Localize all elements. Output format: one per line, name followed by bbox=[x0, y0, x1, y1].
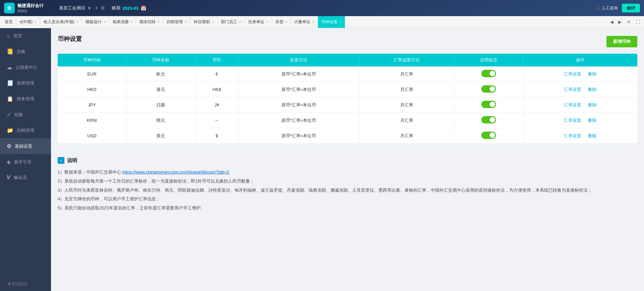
tab-currency[interactable]: 币种设置 × bbox=[318, 16, 345, 28]
tab-tax-close[interactable]: × bbox=[131, 20, 133, 24]
toggle-enabled[interactable] bbox=[481, 132, 496, 139]
tab-inventory-label: 存货 bbox=[275, 19, 283, 25]
notes-link[interactable]: https://www.chinamoney.com.cn/chinese/bk… bbox=[122, 169, 229, 175]
period-value: 2023-03 bbox=[122, 6, 139, 11]
rate-settings-button[interactable]: 汇率设置 bbox=[564, 102, 581, 108]
tab-archive-close[interactable]: × bbox=[185, 20, 187, 24]
delete-button[interactable]: 删除 bbox=[588, 102, 597, 108]
archive-icon: 📁 bbox=[7, 127, 13, 134]
dropdown-icon[interactable]: ▼ bbox=[87, 6, 92, 11]
tab-subject-close[interactable]: × bbox=[212, 20, 214, 24]
tab-tax-label: 税表清册 bbox=[113, 19, 129, 25]
cell-symbol: J¥ bbox=[195, 97, 238, 113]
delete-button[interactable]: 删除 bbox=[588, 71, 597, 77]
sidebar-item-ledger[interactable]: 📒 总账 bbox=[0, 44, 51, 59]
cell-calc: 原币*汇率=本位币 bbox=[238, 82, 359, 97]
note-item: 5）系统只能自动抓取2021年度后的汇率，之前年度汇率需要用户手工维护。 bbox=[58, 204, 637, 213]
sidebar-item-settle[interactable]: ✓ 结账 bbox=[0, 107, 51, 123]
sidebar-item-tax[interactable]: 📋 税务管理 bbox=[0, 91, 51, 107]
tab-subject[interactable]: 科目期初 × bbox=[191, 16, 218, 28]
notes-title: ≡ 说明 bbox=[58, 157, 637, 164]
settings-icon[interactable]: ⚙ bbox=[101, 5, 105, 11]
tab-currency-label: 币种设置 bbox=[321, 19, 337, 25]
sidebar-item-archive[interactable]: 📁 归档管理 bbox=[0, 123, 51, 138]
cell-action: 汇率设置 删除 bbox=[523, 128, 638, 144]
toggle-enabled[interactable] bbox=[481, 116, 496, 124]
main-content: 币种设置 新增币种 币种代码 币种名称 币符 折算方式 汇率设置方式 启用状态 … bbox=[51, 28, 644, 291]
sidebar-item-basic[interactable]: ⚙ 基础设置 bbox=[0, 138, 51, 154]
rate-settings-button[interactable]: 汇率设置 bbox=[564, 117, 581, 124]
company-section: 基层工会测试 ▼ + ⚙ bbox=[59, 5, 105, 11]
tab-dept[interactable]: 部门员工 × bbox=[218, 16, 245, 28]
sidebar-archive-label: 归档管理 bbox=[17, 128, 34, 134]
delete-button[interactable]: 删除 bbox=[588, 87, 597, 93]
cell-action: 汇率设置 删除 bbox=[523, 82, 638, 97]
add-company-icon[interactable]: + bbox=[95, 5, 98, 11]
tab-template-close[interactable]: × bbox=[104, 20, 106, 24]
tab-close-btn[interactable]: ✕ bbox=[624, 16, 633, 28]
tab-vendor-close[interactable]: × bbox=[266, 20, 268, 24]
account-button[interactable]: 会计 bbox=[622, 4, 640, 12]
tab-inventory[interactable]: 存货 × bbox=[272, 16, 291, 28]
cell-rate-method: 月汇率 bbox=[359, 82, 454, 97]
cell-action: 汇率设置 删除 bbox=[523, 66, 638, 82]
tab-tax[interactable]: 税表清册 × bbox=[109, 16, 137, 28]
sidebar-member-label: 畅会员 bbox=[14, 175, 27, 181]
delete-button[interactable]: 删除 bbox=[588, 133, 597, 139]
tab-expand-btn[interactable]: ⛶ bbox=[633, 16, 643, 28]
headset-icon: 🎧 bbox=[595, 6, 600, 10]
tab-annual[interactable]: 收入支出表(年报) × bbox=[40, 16, 82, 28]
toggle-enabled[interactable] bbox=[481, 70, 496, 77]
toggle-enabled[interactable] bbox=[481, 101, 496, 108]
tab-home-label: 首页 bbox=[5, 19, 13, 25]
tab-annual-close[interactable]: × bbox=[76, 20, 78, 24]
company-name: 基层工会测试 bbox=[59, 5, 85, 11]
tab-period-close[interactable]: × bbox=[35, 20, 37, 24]
calendar-icon[interactable]: 📅 bbox=[141, 5, 146, 11]
tab-archive[interactable]: 归档管理 × bbox=[163, 16, 191, 28]
sidebar-item-report[interactable]: ☁ 云报表中心 bbox=[0, 59, 51, 75]
home-icon: ⌂ bbox=[7, 33, 10, 39]
tab-period-label: κ(中期) bbox=[20, 19, 33, 25]
app-name: 畅捷通好会计 bbox=[17, 3, 44, 9]
sidebar-pin-btn[interactable]: ◀ 取消固定 bbox=[0, 277, 51, 291]
tab-period-end[interactable]: 期末结转 × bbox=[136, 16, 163, 28]
delete-button[interactable]: 删除 bbox=[588, 117, 597, 124]
cell-symbol: HK$ bbox=[195, 82, 238, 97]
tab-template[interactable]: 模版设计 × bbox=[82, 16, 109, 28]
sidebar-item-member[interactable]: V 畅会员 bbox=[0, 170, 51, 185]
sidebar-item-invoice[interactable]: 🧾 发票管理 bbox=[0, 75, 51, 91]
tab-dept-close[interactable]: × bbox=[239, 20, 241, 24]
rate-settings-button[interactable]: 汇率设置 bbox=[564, 71, 581, 77]
help-button[interactable]: 🎧 人工咨询 bbox=[595, 5, 618, 11]
note-item: 3）人民币对马来西亚林吉特、俄罗斯卢布、南非兰特、韩元、阿联酋迪拉姆、沙特里亚尔… bbox=[58, 186, 637, 195]
tab-home[interactable]: 首页 bbox=[1, 16, 16, 28]
toggle-enabled[interactable] bbox=[481, 85, 496, 93]
tab-vendor[interactable]: 往来单位 × bbox=[245, 16, 272, 28]
cell-name: 美元 bbox=[126, 128, 195, 144]
tab-unit-close[interactable]: × bbox=[312, 20, 314, 24]
cell-action: 汇率设置 删除 bbox=[523, 113, 638, 128]
rate-settings-button[interactable]: 汇率设置 bbox=[564, 133, 581, 139]
new-currency-button[interactable]: 新增币种 bbox=[606, 36, 637, 47]
rate-settings-button[interactable]: 汇率设置 bbox=[564, 87, 581, 93]
tab-inventory-close[interactable]: × bbox=[285, 20, 287, 24]
cell-rate-method: 月汇率 bbox=[359, 97, 454, 113]
sidebar-home-label: 首页 bbox=[13, 33, 22, 39]
tab-currency-close[interactable]: × bbox=[339, 20, 341, 24]
notes-title-text: 说明 bbox=[67, 157, 77, 164]
tab-unit[interactable]: 计量单位 × bbox=[291, 16, 318, 28]
col-calc: 折算方式 bbox=[238, 54, 359, 66]
top-header: 会 畅捷通好会计 旗舰版 基层工会测试 ▼ + ⚙ 账期 2023-03 📅 🎧… bbox=[0, 0, 644, 16]
period-section: 账期 2023-03 📅 bbox=[112, 5, 146, 11]
tab-period-end-close[interactable]: × bbox=[158, 20, 160, 24]
sidebar-item-home[interactable]: ⌂ 首页 bbox=[0, 28, 51, 44]
cell-calc: 原币*汇率=本位币 bbox=[238, 97, 359, 113]
tab-period[interactable]: κ(中期) × bbox=[16, 16, 40, 28]
settle-icon: ✓ bbox=[7, 111, 11, 118]
sidebar-item-guide[interactable]: ◈ 新手引导 bbox=[0, 154, 51, 170]
tab-prev-btn[interactable]: ◀ bbox=[608, 16, 616, 28]
tab-next-btn[interactable]: ▶ bbox=[616, 16, 624, 28]
tax-icon: 📋 bbox=[7, 96, 13, 102]
tab-vendor-label: 往来单位 bbox=[248, 19, 264, 25]
